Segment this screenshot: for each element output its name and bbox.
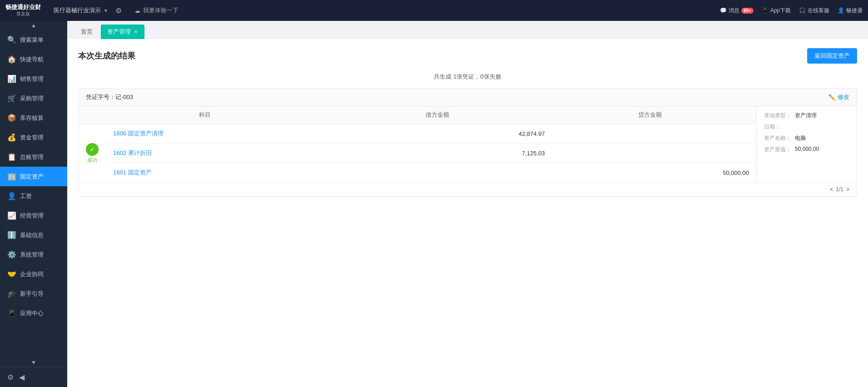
user-area[interactable]: 👤 畅捷通 (838, 7, 863, 15)
operations-icon: 📈 (7, 211, 15, 220)
table-rows-wrapper: 1606 固定资产清理 42,874.97 1602 累计折旧 7, (106, 124, 756, 182)
tab-home[interactable]: 首页 (74, 25, 99, 39)
chevron-down-icon: ▼ (104, 8, 108, 13)
gear-icon[interactable]: ⚙ (115, 6, 122, 15)
next-page-button[interactable]: > (846, 186, 849, 193)
page-info: 1/1 (836, 186, 843, 193)
sidebar-label-salary: 工资 (20, 192, 32, 200)
table-header: 科目 借方金额 贷方金额 (79, 106, 756, 124)
sidebar-item-sales[interactable]: 📊 销售管理 (0, 69, 67, 89)
info-icon: ℹ️ (7, 231, 15, 239)
td-subject-3[interactable]: 1601 固定资产 (106, 163, 348, 182)
table-side-info: 变动类型： 资产清理 日期： 资产名称： 电脑 资产原值： (757, 106, 857, 182)
sidebar-label-operations: 经营管理 (20, 212, 44, 220)
tab-asset-management[interactable]: 资产管理 ✕ (101, 25, 144, 39)
sidebar-scroll-up[interactable]: ▲ (0, 21, 67, 30)
sidebar-label-ledger: 总账管理 (20, 153, 44, 161)
sidebar-item-collab[interactable]: 🤝 企业协同 (0, 264, 67, 284)
inventory-icon: 📦 (7, 114, 15, 122)
logo: 畅捷通好业财 普及版 (5, 4, 41, 17)
logo-main: 畅捷通好业财 (5, 4, 41, 11)
sidebar-item-purchase[interactable]: 🛒 采购管理 (0, 89, 67, 108)
th-debit: 借方金额 (331, 106, 544, 124)
sidebar-label-fixed-assets: 固定资产 (20, 173, 44, 181)
messages-badge: 99+ (741, 8, 754, 14)
status-cell: ✓ 成功 (79, 143, 106, 164)
success-icon: ✓ (86, 143, 99, 156)
online-service-button[interactable]: 🎧 在线客服 (799, 7, 829, 15)
tab-close-icon[interactable]: ✕ (134, 29, 138, 35)
messages-button[interactable]: 💬 消息 99+ (720, 7, 754, 15)
trial-text: 我要体验一下 (143, 6, 179, 15)
sidebar-item-basic-info[interactable]: ℹ️ 基础信息 (0, 225, 67, 245)
td-subject-1[interactable]: 1606 固定资产清理 (106, 124, 348, 143)
success-label: 成功 (87, 157, 97, 164)
sidebar-item-funds[interactable]: 💰 资金管理 (0, 128, 67, 147)
sidebar-item-quicknav[interactable]: 🏠 快捷导航 (0, 50, 67, 69)
change-type-label: 变动类型： (764, 112, 791, 119)
td-credit-3: 50,000.00 (552, 164, 757, 182)
trial-area[interactable]: ☁ 我要体验一下 (134, 6, 179, 15)
fixed-assets-icon: 🏢 (7, 172, 15, 181)
subject-link-1[interactable]: 1606 固定资产清理 (113, 130, 164, 137)
sidebar-label-sales: 销售管理 (20, 75, 44, 83)
guide-icon: 🎓 (7, 289, 15, 298)
app-center-icon: 📱 (7, 309, 15, 318)
sidebar-scroll-down[interactable]: ▼ (0, 358, 67, 367)
sidebar-item-guide[interactable]: 🎓 新手引导 (0, 284, 67, 303)
td-subject-2[interactable]: 1602 累计折旧 (106, 144, 348, 163)
salary-icon: 👤 (7, 192, 15, 200)
content-area: 首页 资产管理 ✕ 本次生成的结果 返回固定资产 共生成 1张凭证，0张失败 凭… (67, 21, 868, 387)
sidebar-label-search: 搜索菜单 (20, 36, 44, 44)
service-icon: 🎧 (799, 7, 806, 14)
settings-icon[interactable]: ⚙ (7, 373, 14, 382)
system-icon: ⚙️ (7, 250, 15, 259)
tab-bar: 首页 资产管理 ✕ (67, 21, 868, 39)
voucher-card: 凭证字号：记-003 ✏️ 修改 科目 借方金额 贷方金额 (78, 88, 857, 197)
sidebar-label-system: 系统管理 (20, 251, 44, 259)
edit-icon: ✏️ (828, 94, 836, 101)
subject-link-3[interactable]: 1601 固定资产 (113, 169, 152, 176)
summary-line: 共生成 1张凭证，0张失败 (78, 73, 857, 81)
messages-label: 消息 (729, 7, 739, 15)
sidebar-item-ledger[interactable]: 📋 总账管理 (0, 147, 67, 167)
sidebar-item-operations[interactable]: 📈 经营管理 (0, 206, 67, 225)
app-download-button[interactable]: 📱 App下载 (762, 7, 791, 15)
sidebar-item-system[interactable]: ⚙️ 系统管理 (0, 245, 67, 264)
voucher-table: 科目 借方金额 贷方金额 ✓ 成功 (79, 106, 857, 182)
top-header: 畅捷通好业财 普及版 医疗器械行业演示 ▼ ⚙ ☁ 我要体验一下 💬 消息 99… (0, 0, 868, 21)
date-row: 日期： (764, 123, 849, 131)
main-layout: ▲ 🔍 搜索菜单 🏠 快捷导航 📊 销售管理 🛒 采购管理 📦 库存核算 (0, 21, 868, 387)
user-name: 畅捷通 (846, 7, 863, 15)
header-left: 畅捷通好业财 普及版 医疗器械行业演示 ▼ ⚙ ☁ 我要体验一下 (5, 4, 179, 17)
sidebar-item-inventory[interactable]: 📦 库存核算 (0, 108, 67, 128)
voucher-code: 凭证字号：记-003 (86, 93, 133, 101)
company-selector[interactable]: 医疗器械行业演示 ▼ (54, 6, 108, 15)
table-main: 科目 借方金额 贷方金额 ✓ 成功 (79, 106, 757, 182)
sidebar-item-app-center[interactable]: 📱 应用中心 (0, 303, 67, 323)
collab-icon: 🤝 (7, 270, 15, 278)
sidebar-item-salary[interactable]: 👤 工资 (0, 186, 67, 206)
online-service-label: 在线客服 (808, 7, 829, 15)
voucher-edit-button[interactable]: ✏️ 修改 (828, 93, 849, 101)
header-right: 💬 消息 99+ 📱 App下载 🎧 在线客服 👤 畅捷通 (720, 7, 863, 15)
return-button[interactable]: 返回固定资产 (807, 48, 857, 64)
company-name: 医疗器械行业演示 (54, 6, 101, 15)
app-download-label: App下载 (770, 7, 791, 15)
sidebar-label-funds: 资金管理 (20, 134, 44, 142)
sidebar-bottom: ⚙ ◀ (0, 367, 67, 387)
sidebar-item-search[interactable]: 🔍 搜索菜单 (0, 30, 67, 50)
sidebar-item-fixed-assets[interactable]: 🏢 固定资产 (0, 167, 67, 186)
prev-page-button[interactable]: < (830, 186, 833, 193)
tab-home-label: 首页 (81, 28, 93, 36)
message-icon: 💬 (720, 7, 727, 14)
asset-name-label: 资产名称： (764, 134, 791, 142)
th-subject: 科目 (79, 106, 331, 124)
collapse-icon[interactable]: ◀ (19, 373, 25, 382)
sidebar-label-basic-info: 基础信息 (20, 231, 44, 239)
original-value-label: 资产原值： (764, 146, 791, 154)
funds-icon: 💰 (7, 133, 15, 142)
ledger-icon: 📋 (7, 153, 15, 161)
subject-link-2[interactable]: 1602 累计折旧 (113, 149, 152, 156)
purchase-icon: 🛒 (7, 94, 15, 103)
